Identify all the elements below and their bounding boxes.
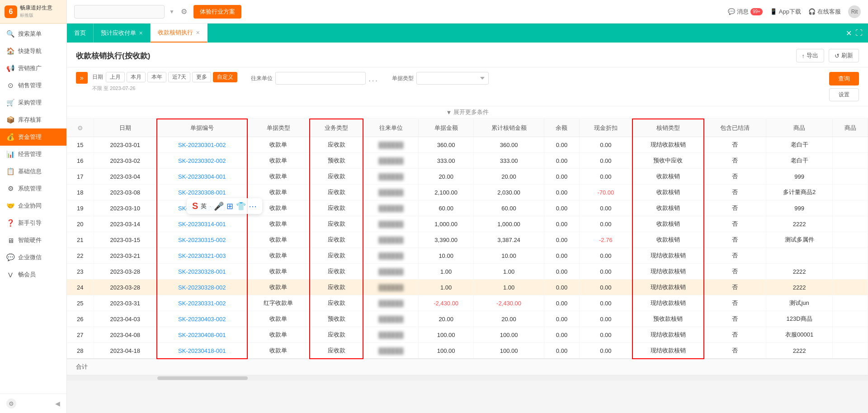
- sidebar-item-finance[interactable]: 💰 资金管理: [0, 128, 66, 146]
- doc-no-link-26[interactable]: SK-20230403-002: [178, 316, 226, 323]
- tab-receipt-exec[interactable]: 收款核销执行✕: [151, 24, 208, 43]
- app-download[interactable]: 📱 App下载: [770, 8, 801, 16]
- cell-accum-cancel-26: 20.00: [473, 311, 544, 327]
- doc-no-link-25[interactable]: SK-20230331-002: [178, 300, 226, 307]
- cell-balance-21: 0.00: [544, 232, 579, 248]
- this-month-btn[interactable]: 本月: [127, 72, 146, 82]
- tab-close-pre-sales[interactable]: ✕: [139, 30, 143, 36]
- sidebar-item-hardware[interactable]: 🖥 智能硬件: [0, 232, 66, 249]
- date-buttons: 上月 本月 本年 近7天 更多 自定义: [106, 72, 237, 82]
- settings-icon[interactable]: ⚙: [6, 399, 16, 408]
- refresh-button[interactable]: ↺ 刷新: [829, 49, 859, 62]
- message-badge: 99+: [750, 8, 763, 15]
- tab-home[interactable]: 首页: [67, 24, 94, 43]
- cell-cash-discount-27: 0.00: [579, 327, 632, 343]
- cell-partner-28: ██████: [363, 343, 419, 359]
- last-month-btn[interactable]: 上月: [106, 72, 125, 82]
- cell-biz-type-16: 预收款: [310, 153, 363, 169]
- table-header-row: ⚙ 日期 单据编号 单据类型 业务类型 往来单位 单据金额 累计核销金额 余额 …: [67, 119, 868, 137]
- this-year-btn[interactable]: 本年: [147, 72, 166, 82]
- scrollbar-thumb[interactable]: [157, 376, 248, 380]
- cell-id-20: 20: [67, 216, 94, 232]
- sidebar-item-search[interactable]: 🔍 搜索菜单: [0, 25, 66, 43]
- col-amount: 单据金额: [419, 119, 473, 137]
- mobile-icon: 📱: [770, 8, 777, 15]
- col-settings[interactable]: ⚙: [67, 119, 94, 137]
- doc-no-link-27[interactable]: SK-20230408-001: [178, 332, 226, 338]
- sidebar-item-quick-nav[interactable]: 🏠 快捷导航: [0, 43, 66, 60]
- sidebar-item-base[interactable]: 📋 基础信息: [0, 163, 66, 180]
- topbar-search-box[interactable]: [74, 5, 165, 19]
- doc-no-link-20[interactable]: SK-20230314-001: [178, 221, 226, 228]
- doc-no-link-24[interactable]: SK-20230328-002: [178, 284, 226, 291]
- sidebar-item-system[interactable]: ⚙ 系统管理: [0, 180, 66, 197]
- voucher-type-label: 单据类型: [392, 75, 414, 82]
- sidebar-item-inventory[interactable]: 📦 库存核算: [0, 111, 66, 128]
- col-cash-discount: 现金折扣: [579, 119, 632, 137]
- sidebar-item-guide[interactable]: ❓ 新手引导: [0, 214, 66, 232]
- export-icon: ↑: [802, 52, 805, 59]
- collapse-icon[interactable]: ◀: [55, 400, 60, 407]
- horizontal-scrollbar[interactable]: [67, 375, 868, 380]
- sidebar-item-marketing[interactable]: 📢 营销推广: [0, 60, 66, 77]
- search-dropdown-icon[interactable]: ▼: [169, 9, 175, 15]
- settings-gear-icon[interactable]: ⚙: [181, 7, 187, 16]
- cell-balance-25: 0.00: [544, 295, 579, 311]
- doc-no-link-16[interactable]: SK-20230302-002: [178, 157, 226, 164]
- sidebar-item-ops[interactable]: 📊 经营管理: [0, 146, 66, 163]
- cell-cancel-type-16: 预收中应收: [632, 153, 704, 169]
- expand-more-bar[interactable]: ▼ 展开更多条件: [67, 106, 868, 119]
- last-7-days-btn[interactable]: 近7天: [168, 72, 190, 82]
- cell-amount-26: 20.00: [419, 311, 473, 327]
- more-date-btn[interactable]: 更多: [192, 72, 211, 82]
- table-row: 28 2023-04-18 SK-20230418-001 收款单 应收款 ██…: [67, 343, 868, 359]
- sogou-more-icon[interactable]: ⋯: [249, 201, 257, 211]
- tab-pre-sales[interactable]: 预计应收付单✕: [94, 24, 151, 43]
- export-button[interactable]: ↑ 导出: [796, 49, 825, 62]
- doc-no-link-22[interactable]: SK-20230321-003: [178, 252, 226, 259]
- voucher-type-select[interactable]: [416, 72, 489, 85]
- sidebar-item-member[interactable]: V 畅会员: [0, 266, 66, 283]
- doc-no-link-18[interactable]: SK-20230308-001: [178, 189, 226, 196]
- filter-toggle-button[interactable]: »: [76, 72, 88, 84]
- sidebar-item-sales[interactable]: ⊙ 销售管理: [0, 77, 66, 94]
- cell-doc-type-15: 收款单: [247, 137, 310, 153]
- cell-goods-16: 老白干: [766, 153, 833, 169]
- sogou-shirt-icon[interactable]: 👕: [236, 201, 246, 211]
- partner-dots-icon[interactable]: ...: [368, 73, 379, 84]
- sogou-grid-icon[interactable]: ⊞: [226, 201, 233, 211]
- tab-close-all-icon[interactable]: ✕: [846, 29, 852, 38]
- doc-no-link-28[interactable]: SK-20230418-001: [178, 347, 226, 354]
- doc-no-link-15[interactable]: SK-20230301-002: [178, 142, 226, 148]
- sidebar-logo-badge: 标推版: [20, 12, 52, 19]
- sidebar-logo-text: 畅康道好生意: [20, 5, 52, 12]
- sogou-logo: S: [192, 201, 198, 211]
- doc-no-link-21[interactable]: SK-20230315-002: [178, 237, 226, 243]
- filter-settings-button[interactable]: 设置: [829, 88, 859, 101]
- cell-cancel-type-21: 收款核销: [632, 232, 704, 248]
- tab-expand-icon[interactable]: ⛶: [855, 29, 863, 37]
- nav-icon-ops: 📊: [6, 150, 14, 158]
- partner-filter-input[interactable]: [275, 72, 366, 85]
- cell-cancel-type-22: 现结收款核销: [632, 248, 704, 264]
- cell-doc-type-28: 收款单: [247, 343, 310, 359]
- sidebar-item-wechat[interactable]: 💬 企业微信: [0, 249, 66, 266]
- doc-no-link-17[interactable]: SK-20230304-001: [178, 173, 226, 180]
- sidebar-item-corp[interactable]: 🤝 企业协同: [0, 197, 66, 214]
- sidebar-item-purchase[interactable]: 🛒 采购管理: [0, 94, 66, 111]
- cell-partner-24: ██████: [363, 280, 419, 295]
- online-service[interactable]: 🎧 在线客服: [808, 8, 841, 16]
- industry-solution-button[interactable]: 体验行业方案: [193, 5, 241, 19]
- cell-include-settled-28: 否: [704, 343, 766, 359]
- cell-doc-type-23: 收款单: [247, 264, 310, 280]
- tab-close-receipt-exec[interactable]: ✕: [196, 30, 200, 36]
- user-avatar[interactable]: Rit: [848, 5, 861, 18]
- search-input[interactable]: [78, 9, 160, 15]
- custom-date-btn[interactable]: 自定义: [213, 72, 237, 82]
- sogou-mic-icon[interactable]: 🎤: [214, 201, 224, 211]
- cell-goods-24: 2222: [766, 280, 833, 295]
- col-accum-cancel: 累计核销金额: [473, 119, 544, 137]
- query-button[interactable]: 查询: [829, 72, 859, 85]
- message-notification[interactable]: 💬 消息 99+: [728, 8, 763, 16]
- doc-no-link-23[interactable]: SK-20230328-001: [178, 268, 226, 275]
